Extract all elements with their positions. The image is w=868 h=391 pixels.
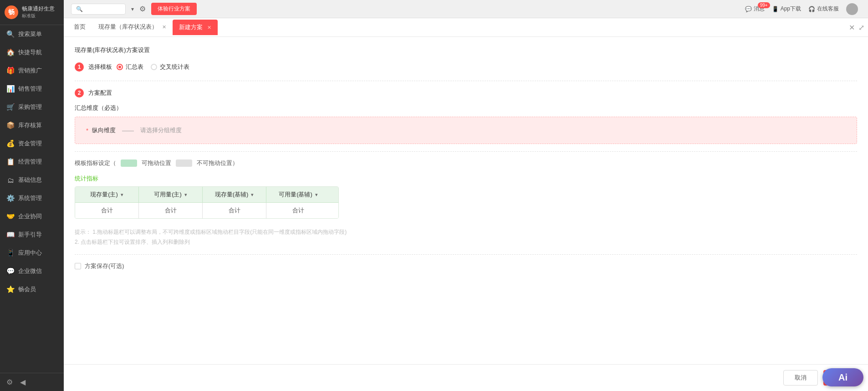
money-icon: 💰 <box>6 139 15 148</box>
save-checkbox[interactable] <box>75 263 81 269</box>
online-service-label: 在线客服 <box>817 5 839 13</box>
sidebar-item-label: 库存核算 <box>18 121 42 129</box>
sidebar-item-label: 资金管理 <box>18 139 42 148</box>
stats-col-1-label: 现存量(主) <box>90 190 118 199</box>
tips-section: 提示： 1.拖动标题栏可以调整布局，不可跨维度或指标区域拖动栏目字段(只能在同一… <box>75 227 857 247</box>
app-logo-icon: 畅 <box>5 5 18 19</box>
divider3 <box>75 254 857 255</box>
app-version: 标准版 <box>22 13 55 19</box>
sidebar-item-inventory[interactable]: 📦 库存核算 <box>0 116 64 134</box>
app-name: 畅康通好生意 <box>22 5 55 13</box>
close-window-icon[interactable]: ✕ <box>849 23 855 32</box>
dimension-label: 汇总维度（必选） <box>75 104 857 112</box>
main-content: 现存量(库存状况表)方案设置 1 选择模板 汇总表 交叉统计表 <box>64 37 868 364</box>
sidebar-item-operations[interactable]: 📋 经营管理 <box>0 153 64 171</box>
step1-title: 选择模板 <box>88 63 112 71</box>
sidebar-item-member[interactable]: ⭐ 畅会员 <box>0 280 64 298</box>
trial-btn[interactable]: 体验行业方案 <box>151 3 197 15</box>
step1-section: 1 选择模板 汇总表 交叉统计表 <box>75 62 857 72</box>
stats-table-data-row: 合计 合计 合计 合计 <box>75 203 338 218</box>
phone-icon: 📱 <box>6 249 15 257</box>
stats-col-2[interactable]: 可用量(主) ▾ <box>139 187 203 202</box>
clipboard-icon: 📋 <box>6 158 15 166</box>
sidebar-item-finance[interactable]: 💰 资金管理 <box>0 134 64 153</box>
col2-chevron-icon: ▾ <box>184 192 187 198</box>
main-area: 🔍 ▾ ⚙ 体验行业方案 💬 消息 99+ 📱 App下载 🎧 在线客服 <box>64 0 868 391</box>
sidebar-item-system[interactable]: ⚙️ 系统管理 <box>0 189 64 207</box>
col4-chevron-icon: ▾ <box>315 192 318 198</box>
col3-chevron-icon: ▾ <box>251 192 254 198</box>
stats-col-3[interactable]: 现存量(基辅) ▾ <box>203 187 266 202</box>
tab-inventory-status[interactable]: 现存量（库存状况表） ✕ <box>92 18 173 36</box>
radio-cross-label: 交叉统计表 <box>160 63 189 71</box>
search-icon: 🔍 <box>6 30 15 38</box>
radio-summary-dot <box>117 64 123 70</box>
folder-icon: 🗂 <box>6 176 15 184</box>
step1-badge: 1 <box>75 62 84 72</box>
sidebar-item-label: 新手引导 <box>18 231 42 239</box>
topbar-dropdown[interactable]: ▾ <box>131 6 134 12</box>
settings-bottom-icon[interactable]: ⚙ <box>6 378 13 386</box>
chart-icon: 📊 <box>6 85 15 93</box>
stats-col-4[interactable]: 可用量(基辅) ▾ <box>266 187 330 202</box>
stats-cell-1: 合计 <box>75 203 139 218</box>
cart-icon: 🛒 <box>6 103 15 111</box>
expand-icon[interactable]: ⤢ <box>858 23 864 32</box>
sidebar-item-purchase[interactable]: 🛒 采购管理 <box>0 98 64 116</box>
sidebar-item-cooperation[interactable]: 🤝 企业协同 <box>0 207 64 226</box>
indicator-label: 模板指标设定（ <box>75 159 116 167</box>
online-service-btn[interactable]: 🎧 在线客服 <box>808 5 839 13</box>
ai-bubble[interactable]: Ai <box>822 368 863 386</box>
sidebar-item-wechat[interactable]: 💬 企业微信 <box>0 262 64 280</box>
stats-col-1[interactable]: 现存量(主) ▾ <box>75 187 139 202</box>
sidebar-nav: 🏠 快捷导航 🎁 营销推广 📊 销售管理 🛒 采购管理 📦 库存核算 💰 资金管… <box>0 43 64 373</box>
cancel-button[interactable]: 取消 <box>783 370 818 386</box>
sidebar-search-label: 搜索菜单 <box>18 30 42 38</box>
radio-summary[interactable]: 汇总表 <box>117 63 143 71</box>
tip-item-2: 2. 点击标题栏下拉可设置排序、插入列和删除列 <box>75 237 857 247</box>
tabbar-actions: ✕ ⤢ <box>849 23 864 32</box>
tab-inventory-close-icon[interactable]: ✕ <box>162 24 166 30</box>
topbar: 🔍 ▾ ⚙ 体验行业方案 💬 消息 99+ 📱 App下载 🎧 在线客服 <box>64 0 868 18</box>
radio-cross-dot <box>151 64 157 70</box>
radio-cross[interactable]: 交叉统计表 <box>151 63 189 71</box>
tab-new-plan[interactable]: 新建方案 ✕ <box>173 20 218 35</box>
app-download-btn[interactable]: 📱 App下载 <box>772 5 801 13</box>
chat-icon: 💬 <box>6 267 15 275</box>
tab-new-plan-close-icon[interactable]: ✕ <box>207 25 211 31</box>
radio-summary-label: 汇总表 <box>126 63 143 71</box>
sidebar-search[interactable]: 🔍 搜索菜单 <box>0 25 64 43</box>
tabbar: 首页 现存量（库存状况表） ✕ 新建方案 ✕ ✕ ⤢ <box>64 18 868 37</box>
stats-cell-3: 合计 <box>203 203 266 218</box>
sidebar-bottom: ⚙ ◀ <box>0 373 64 391</box>
topbar-search-box[interactable]: 🔍 <box>71 4 126 15</box>
dim-placeholder: 请选择分组维度 <box>140 126 182 134</box>
speaker-icon[interactable]: ◀ <box>20 378 26 386</box>
stats-table-header-row: 现存量(主) ▾ 可用量(主) ▾ 现存量(基辅) ▾ 可用量(基辅) <box>75 187 338 203</box>
sidebar-item-marketing[interactable]: 🎁 营销推广 <box>0 62 64 80</box>
sidebar-item-newbie[interactable]: 📖 新手引导 <box>0 226 64 244</box>
sidebar-logo: 畅 畅康通好生意 标准版 <box>0 0 64 25</box>
dimension-area[interactable]: * 纵向维度 —— 请选择分组维度 <box>75 117 857 144</box>
user-menu[interactable] <box>846 3 861 15</box>
sidebar-item-label: 营销推广 <box>18 67 42 75</box>
sidebar-item-app-center[interactable]: 📱 应用中心 <box>0 244 64 262</box>
indicator-row: 模板指标设定（ 可拖动位置 不可拖动位置） <box>75 159 857 167</box>
fixed-indicator <box>176 159 192 167</box>
tab-new-plan-label: 新建方案 <box>179 23 203 31</box>
gift-icon: 🎁 <box>6 67 15 75</box>
stats-col-4-label: 可用量(基辅) <box>279 190 312 199</box>
sidebar-item-label: 企业协同 <box>18 212 42 221</box>
divider2 <box>75 151 857 152</box>
message-btn[interactable]: 💬 消息 99+ <box>745 5 765 13</box>
stats-col-2-label: 可用量(主) <box>154 190 182 199</box>
tab-home[interactable]: 首页 <box>67 18 92 36</box>
divider1 <box>75 81 857 81</box>
sidebar-item-base-info[interactable]: 🗂 基础信息 <box>0 171 64 189</box>
topbar-gear-icon[interactable]: ⚙ <box>139 5 146 13</box>
save-option-label: 方案保存(可选) <box>85 262 124 270</box>
step2-header: 2 方案配置 <box>75 88 857 98</box>
sidebar-item-label: 采购管理 <box>18 103 42 111</box>
sidebar-item-sales[interactable]: 📊 销售管理 <box>0 80 64 98</box>
sidebar-item-quick-nav[interactable]: 🏠 快捷导航 <box>0 43 64 62</box>
